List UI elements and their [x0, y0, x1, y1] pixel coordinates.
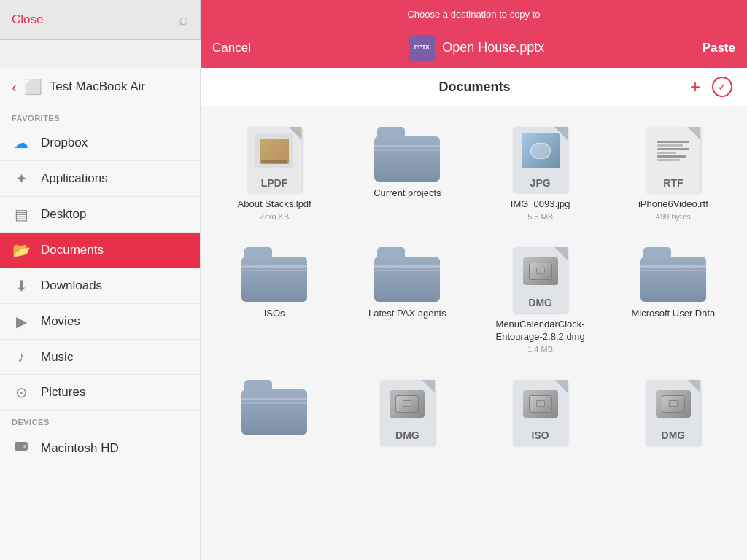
pictures-icon: ⊙ — [12, 384, 31, 401]
sidebar-item-documents[interactable]: 📂 Documents — [0, 233, 200, 268]
choose-destination-text: Choose a destination to copy to — [407, 9, 540, 20]
add-button[interactable]: + — [690, 77, 700, 97]
sidebar-item-label: Music — [41, 350, 73, 365]
laptop-icon: ⬜ — [24, 78, 42, 96]
svg-point-1 — [23, 445, 26, 448]
sidebar-item-label: Documents — [41, 243, 104, 257]
devices-header: DEVICES — [0, 411, 200, 429]
sidebar-item-applications[interactable]: ✦ Applications — [0, 161, 200, 197]
folder-icon-row3-1 — [241, 380, 307, 435]
file-item-row3-3[interactable]: ISO — [481, 374, 600, 457]
movies-icon: ▶ — [12, 313, 31, 330]
downloads-icon: ⬇ — [12, 277, 31, 295]
file-name: Microsoft User Data — [631, 308, 715, 320]
file-name: ISOs — [264, 308, 285, 320]
file-item-row3-2[interactable]: DMG — [348, 374, 466, 457]
favorites-header: FAVORITES — [0, 106, 200, 125]
content-header: Documents + ✓ — [201, 68, 747, 106]
sidebar-item-movies[interactable]: ▶ Movies — [0, 304, 200, 340]
folder-icon-pax — [374, 247, 440, 302]
sidebar-item-label: Macintosh HD — [41, 441, 119, 456]
check-button[interactable]: ✓ — [712, 77, 732, 97]
dmg-file-icon-2: DMG — [380, 380, 435, 446]
file-item-microsoft-user[interactable]: Microsoft User Data — [614, 241, 732, 359]
sidebar-item-label: Pictures — [41, 385, 85, 400]
file-item-latest-pax[interactable]: Latest PAX agents — [348, 241, 466, 359]
sidebar-item-label: Dropbox — [41, 136, 88, 150]
dmg-file-icon: DMG — [513, 247, 568, 313]
dropbox-icon: ☁ — [12, 134, 31, 152]
file-item-current-projects[interactable]: Current projects — [348, 121, 466, 227]
folder-icon — [374, 127, 440, 182]
file-name: Latest PAX agents — [368, 308, 446, 320]
sidebar-item-pictures[interactable]: ⊙ Pictures — [0, 375, 200, 411]
iso-file-icon: ISO — [513, 380, 568, 446]
jpg-file-icon: JPG — [513, 127, 568, 192]
file-item-isos[interactable]: ISOs — [215, 241, 333, 359]
cancel-button[interactable]: Cancel — [212, 41, 251, 55]
file-item-row3-4[interactable]: DMG — [614, 374, 732, 457]
sidebar-item-music[interactable]: ♪ Music — [0, 340, 200, 375]
lpdf-file-icon: LPDF — [247, 127, 302, 192]
music-icon: ♪ — [12, 349, 31, 365]
sidebar-item-downloads[interactable]: ⬇ Downloads — [0, 268, 200, 304]
file-item-row3-1[interactable] — [215, 374, 333, 457]
back-arrow-icon[interactable]: ‹ — [12, 79, 17, 96]
desktop-icon: ▤ — [12, 206, 31, 223]
documents-icon: 📂 — [12, 241, 31, 259]
file-name: iPhone6Video.rtf — [638, 198, 708, 211]
sidebar-item-label: Desktop — [41, 207, 86, 222]
file-name: About Stacks.lpdf — [238, 198, 311, 211]
file-item-menucalendar[interactable]: DMG MenuCalendarClock-Entourage-2.8.2.dm… — [481, 241, 600, 359]
file-info: PPTX Open House.pptx — [409, 35, 544, 61]
sidebar-item-label: Downloads — [41, 279, 102, 293]
harddrive-icon — [12, 438, 31, 458]
search-icon[interactable]: ⌕ — [179, 10, 188, 29]
dmg-file-icon-3: DMG — [646, 380, 700, 446]
file-item-iphone6video[interactable]: RTF iPhone6Video.rtf 499 bytes — [614, 121, 732, 227]
file-grid: LPDF About Stacks.lpdf Zero KB Current p — [201, 106, 747, 560]
file-item-about-stacks[interactable]: LPDF About Stacks.lpdf Zero KB — [215, 121, 333, 227]
file-size: Zero KB — [260, 212, 289, 221]
sidebar-item-desktop[interactable]: ▤ Desktop — [0, 197, 200, 233]
file-name: Open House.pptx — [442, 40, 544, 55]
file-size: 499 bytes — [656, 212, 691, 221]
file-size: 5.5 MB — [527, 212, 553, 221]
file-name: Current projects — [374, 187, 441, 200]
close-button[interactable]: Close — [12, 12, 43, 27]
file-size: 1.4 MB — [527, 345, 553, 354]
paste-button[interactable]: Paste — [703, 41, 735, 55]
rtf-file-icon: RTF — [646, 127, 700, 192]
folder-icon-isos — [241, 247, 307, 302]
content-title: Documents — [259, 79, 690, 95]
device-name: Test MacBook Air — [50, 79, 145, 94]
applications-icon: ✦ — [12, 170, 31, 187]
file-name: MenuCalendarClock-Entourage-2.8.2.dmg — [487, 319, 594, 343]
folder-icon-microsoft — [640, 247, 706, 302]
sidebar-item-macintosh-hd[interactable]: Macintosh HD — [0, 429, 200, 467]
file-name: IMG_0093.jpg — [511, 198, 570, 211]
sidebar-item-label: Applications — [41, 171, 108, 186]
sidebar-item-label: Movies — [41, 314, 80, 329]
file-item-img-0093[interactable]: JPG IMG_0093.jpg 5.5 MB — [481, 121, 600, 227]
sidebar-item-dropbox[interactable]: ☁ Dropbox — [0, 125, 200, 161]
device-row[interactable]: ‹ ⬜ Test MacBook Air — [0, 68, 200, 106]
pptx-icon: PPTX — [409, 35, 435, 61]
